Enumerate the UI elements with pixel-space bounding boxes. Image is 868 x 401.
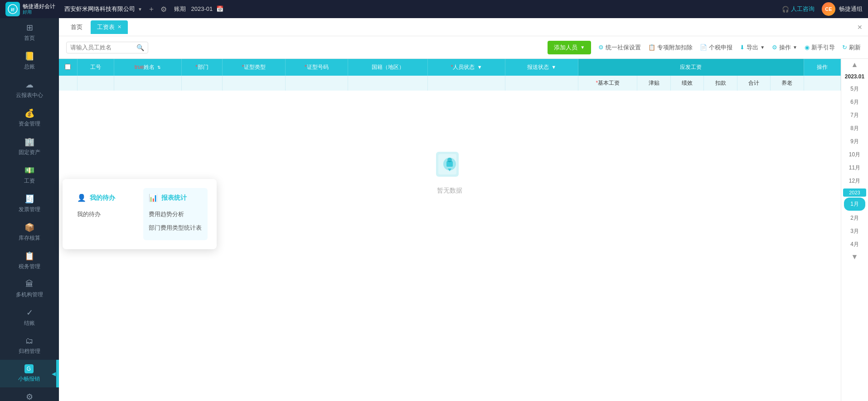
service-button[interactable]: 🎧 人工咨询 [782,5,815,13]
timeline-month-6[interactable]: 6月 [841,96,868,109]
timeline-month-2[interactable]: 2月 [841,212,868,225]
search-input[interactable] [70,44,134,51]
cloud-icon: ☁ [25,80,34,90]
headset-icon: 🎧 [782,6,789,13]
sort-icon[interactable]: ⇅ [157,65,161,70]
guide-icon: ◉ [805,44,810,51]
sidebar-item-ledger[interactable]: 📒 总账 [0,47,59,75]
tax-icon: 📋 [24,251,34,261]
popup-item-expense-trend[interactable]: 费用趋势分析 [149,208,202,221]
tab-home[interactable]: 首页 [64,20,89,34]
search-icon[interactable]: 🔍 [136,44,144,51]
sidebar-item-basic[interactable]: ⚙ 基础设置 [0,387,59,401]
fund-icon: 💰 [24,108,34,118]
operation-icon: ⚙ [772,44,777,51]
sidebar-item-archive[interactable]: 🗂 归档管理 [0,332,59,360]
user-name: 畅捷通组 [839,5,863,13]
sidebar-item-home[interactable]: ⊞ 首页 [0,18,59,47]
sidebar-item-salary[interactable]: 💵 工资 [0,161,59,189]
sidebar-item-invoice[interactable]: 🧾 发票管理 [0,189,59,218]
sidebar-item-fixed-assets[interactable]: 🏢 固定资产 [0,132,59,161]
deduct-icon: 📋 [648,44,655,51]
empty-text: 暂无数据 [437,187,462,195]
base-salary-sub: *基本工资 [578,76,637,91]
export-icon: ⬇ [740,44,745,51]
popup-item-dept-expense[interactable]: 部门费用类型统计表 [149,221,202,235]
tabs-bar: 首页 工资表 ✕ ✕ [59,18,868,36]
filter-icon[interactable]: ▼ [551,64,556,70]
bonus-sub: 津贴 [637,76,670,91]
tax-deduct-btn[interactable]: 📋 专项附加扣除 [648,43,693,52]
timeline-down-btn[interactable]: ▼ [841,251,868,263]
performance-sub: 绩效 [670,76,703,91]
select-all-checkbox[interactable] [65,64,71,70]
total-sub: 合计 [737,76,770,91]
status-col-header: *人员状态 ▼ [428,59,505,76]
avatar: CE [822,2,835,16]
popup-todo-title: 👤 我的待办 [77,193,131,202]
salary-icon: 💵 [24,165,34,175]
timeline-up-btn[interactable]: ▲ [841,59,868,71]
close-tab-right-icon[interactable]: ✕ [857,24,863,31]
archive-icon: 🗂 [25,336,34,346]
empty-illustration [432,145,468,181]
company-name: 西安虾米网络科技有限公司 [64,5,135,13]
pension-sub: 养老 [771,76,804,91]
timeline-year-label: 2023.01 [841,71,868,82]
timeline-month-9[interactable]: 9月 [841,135,868,148]
top-bar-actions: ＋ ⚙ [148,5,167,14]
sidebar-item-xiaochang[interactable]: G 小畅报销 ◀ [0,360,59,387]
social-insurance-btn[interactable]: ⚙ 统一社保设置 [598,43,641,52]
user-area: CE 畅捷通组 [822,2,863,16]
sidebar-item-tax[interactable]: 📋 税务管理 [0,246,59,275]
chevron-down-icon: ▼ [580,45,585,50]
add-btn[interactable]: ＋ [148,5,155,14]
tab-salary[interactable]: 工资表 ✕ [91,20,128,34]
company-selector[interactable]: 西安虾米网络科技有限公司 ▼ [64,5,142,13]
top-bar: 好 畅捷通好会计 好用 西安虾米网络科技有限公司 ▼ ＋ ⚙ 账期 2023-0… [0,0,868,18]
inventory-icon: 📦 [24,222,34,232]
logo-area: 好 畅捷通好会计 好用 [5,2,55,16]
sidebar: ⊞ 首页 📒 总账 ☁ 云报表中心 💰 资金管理 🏢 固定资产 💵 工资 [0,18,59,401]
chevron-down-icon: ▼ [138,7,142,12]
sendstatus-col-header: 报送状态 ▼ [505,59,578,76]
sidebar-item-multi-org[interactable]: 🏛 多机构管理 [0,275,59,303]
search-box: 🔍 [66,42,148,53]
timeline-month-8[interactable]: 8月 [841,122,868,135]
timeline-month-7[interactable]: 7月 [841,109,868,122]
todo-icon: 👤 [77,193,86,202]
popup-report-title: 📊 报表统计 [149,193,202,202]
invoice-icon: 🧾 [24,194,34,204]
deduct-sub: 扣款 [704,76,737,91]
timeline-month-4[interactable]: 4月 [841,238,868,251]
settings-icon: ⚙ [26,392,33,401]
sidebar-item-inventory[interactable]: 📦 库存核算 [0,218,59,246]
social-icon: ⚙ [598,44,604,51]
guide-btn[interactable]: ◉ 新手引导 [805,43,835,52]
timeline-month-1[interactable]: 1月 [844,198,865,211]
sidebar-item-fund[interactable]: 💰 资金管理 [0,104,59,132]
tab-close-icon[interactable]: ✕ [117,24,121,30]
settings-icon[interactable]: ⚙ [160,5,167,14]
popup-todo-section: 👤 我的待办 我的待办 [72,188,136,240]
refresh-btn[interactable]: ↻ 刷新 [842,43,861,52]
timeline-month-11[interactable]: 11月 [841,161,868,174]
timeline-month-12[interactable]: 12月 [841,174,868,188]
sidebar-item-settle[interactable]: ✓ 结账 [0,303,59,332]
calendar-icon[interactable]: 📅 [216,5,223,12]
timeline-month-3[interactable]: 3月 [841,225,868,238]
xiaochang-icon: G [24,364,34,373]
tax-report-btn[interactable]: 📄 个税申报 [700,43,732,52]
popup-report-section: 📊 报表统计 费用趋势分析 部门费用类型统计表 [143,188,208,240]
ledger-icon: 📒 [24,51,34,61]
operation-btn[interactable]: ⚙ 操作 ▼ [772,43,797,52]
timeline-month-10[interactable]: 10月 [841,148,868,161]
export-btn[interactable]: ⬇ 导出 ▼ [740,43,765,52]
popup-item-my-todo[interactable]: 我的待办 [77,208,131,221]
filter-icon[interactable]: ▼ [477,64,482,70]
sidebar-item-cloud-report[interactable]: ☁ 云报表中心 [0,75,59,104]
select-all-col [59,59,77,76]
timeline-month-5[interactable]: 5月 [841,82,868,96]
add-person-button[interactable]: 添加人员 ▼ [548,41,591,54]
report-icon: 📊 [149,193,158,202]
